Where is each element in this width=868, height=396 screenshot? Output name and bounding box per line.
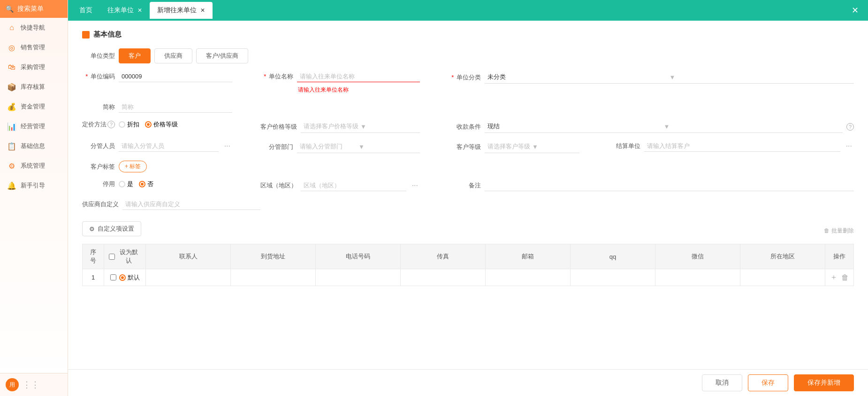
tab-partners-close[interactable]: ✕ <box>137 7 142 14</box>
notes-input[interactable] <box>485 180 854 191</box>
payment-terms-select[interactable]: 现结 ▼ <box>485 120 843 133</box>
purchase-icon: 🛍 <box>8 63 16 71</box>
sidebar-item-purchase[interactable]: 🛍 采购管理 <box>0 57 68 77</box>
customer-level-group: 客户等级 请选择客户等级 ▼ <box>448 140 579 153</box>
unit-category-value: 未分类 <box>487 73 670 81</box>
cell-wechat[interactable] <box>655 269 740 286</box>
save-button[interactable]: 保存 <box>748 374 788 391</box>
section-icon <box>82 31 90 39</box>
col-default-label: 设为默认 <box>117 248 141 265</box>
delete-row-btn[interactable]: 🗑 <box>841 273 849 282</box>
select-all-checkbox[interactable] <box>109 254 115 260</box>
disabled-group: 停用 是 否 <box>82 180 232 188</box>
unit-type-supplier-btn[interactable]: 供应商 <box>154 48 192 63</box>
unit-name-input[interactable] <box>297 71 420 82</box>
unit-code-group: * 单位编码 <box>82 71 232 82</box>
window-close-btn[interactable]: ✕ <box>846 5 864 16</box>
customer-level-select[interactable]: 请选择客户等级 ▼ <box>485 140 579 153</box>
sidebar-item-sales[interactable]: ◎ 销售管理 <box>0 38 68 57</box>
row-default-radio[interactable]: 默认 <box>119 273 140 282</box>
region-more-btn[interactable]: ··· <box>410 181 420 190</box>
settlement-more-btn[interactable]: ··· <box>844 142 854 150</box>
sidebar-bottom: 用 ⋮⋮ <box>0 373 68 396</box>
cell-contact[interactable] <box>146 269 231 286</box>
sidebar-item-finance[interactable]: 💰 资金管理 <box>0 97 68 116</box>
batch-delete-btn[interactable]: 🗑 批量删除 <box>824 227 854 235</box>
tab-partners[interactable]: 往来单位 ✕ <box>100 2 150 19</box>
pricing-help-icon[interactable]: ? <box>107 121 115 128</box>
dropdown-arrow-price: ▼ <box>360 123 417 130</box>
batch-delete-label: 批量删除 <box>831 227 854 235</box>
radio-circle-discount <box>119 121 125 128</box>
footer-bar: 取消 保存 保存并新增 <box>68 369 868 396</box>
sidebar-label-quick-nav: 快捷导航 <box>21 23 45 32</box>
wechat-input[interactable] <box>660 274 735 281</box>
supplier-custom-group: 供应商自定义 <box>82 199 260 210</box>
email-input[interactable] <box>490 274 565 281</box>
payment-help-icon[interactable]: ? <box>846 123 854 131</box>
sidebar-label-operations: 经营管理 <box>21 122 45 131</box>
sidebar-item-system[interactable]: ⚙ 系统管理 <box>0 156 68 176</box>
contact-input[interactable] <box>151 274 226 281</box>
tab-new-partner-close[interactable]: ✕ <box>200 7 205 14</box>
sidebar-item-operations[interactable]: 📊 经营管理 <box>0 116 68 136</box>
fax-input[interactable] <box>405 274 480 281</box>
unit-code-input[interactable] <box>119 71 232 82</box>
settlement-unit-input[interactable] <box>644 140 840 152</box>
cell-fax[interactable] <box>401 269 486 286</box>
tag-add-label: + 标签 <box>125 163 141 171</box>
customer-price-placeholder: 请选择客户价格等级 <box>304 122 360 131</box>
cell-phone[interactable] <box>316 269 401 286</box>
sidebar-item-inventory[interactable]: 📦 库存核算 <box>0 77 68 97</box>
unit-type-customer-btn[interactable]: 客户 <box>119 48 151 63</box>
alias-input[interactable] <box>119 101 232 113</box>
table-region-input[interactable] <box>745 274 820 281</box>
disabled-yes-radio[interactable]: 是 <box>119 180 133 188</box>
dropdown-arrow-category: ▼ <box>670 74 852 81</box>
cell-address[interactable] <box>231 269 316 286</box>
supplier-custom-input[interactable] <box>122 199 260 210</box>
tab-home[interactable]: 首页 <box>72 2 100 19</box>
row-checkbox[interactable] <box>110 274 116 280</box>
save-new-button[interactable]: 保存并新增 <box>794 374 854 391</box>
manager-input[interactable] <box>119 140 219 152</box>
region-input[interactable] <box>301 180 406 191</box>
cell-qq[interactable] <box>570 269 655 286</box>
gear-icon: ⚙ <box>89 225 95 233</box>
phone-input[interactable] <box>320 274 396 281</box>
qq-input[interactable] <box>575 274 650 281</box>
section-title: 基本信息 <box>93 30 122 39</box>
finance-icon: 💰 <box>8 102 16 111</box>
tag-add-btn[interactable]: + 标签 <box>119 161 147 172</box>
cancel-button[interactable]: 取消 <box>702 374 742 391</box>
department-select[interactable]: 请输入分管部门 ▼ <box>297 140 420 153</box>
sidebar-label-sales: 销售管理 <box>21 43 45 52</box>
manager-more-btn[interactable]: ··· <box>222 142 232 150</box>
supplier-custom-row: 供应商自定义 <box>82 199 854 210</box>
inventory-icon: 📦 <box>8 83 16 91</box>
pricing-radio-price-level[interactable]: 价格等级 <box>145 120 178 129</box>
system-icon: ⚙ <box>8 162 16 170</box>
sidebar-item-newbie[interactable]: 🔔 新手引导 <box>0 176 68 195</box>
department-group: 分管部门 请输入分管部门 ▼ <box>260 140 420 153</box>
unit-name-error: 请输入往来单位名称 <box>260 86 349 94</box>
tab-new-partner[interactable]: 新增往来单位 ✕ <box>150 2 213 19</box>
sidebar-item-basics[interactable]: 📋 基础信息 <box>0 136 68 156</box>
cell-email[interactable] <box>486 269 571 286</box>
sidebar-label-system: 系统管理 <box>21 162 45 170</box>
disabled-no-radio[interactable]: 否 <box>139 180 153 188</box>
sidebar-item-quick-nav[interactable]: ⌂ 快捷导航 <box>0 18 68 38</box>
custom-settings-btn[interactable]: ⚙ 自定义项设置 <box>82 221 141 236</box>
col-header-wechat: 微信 <box>655 244 740 269</box>
radio-circle-default <box>119 274 126 281</box>
pricing-radio-discount[interactable]: 折扣 <box>119 120 139 129</box>
customer-price-select[interactable]: 请选择客户价格等级 ▼ <box>301 120 420 133</box>
col-header-contact: 联系人 <box>146 244 231 269</box>
unit-category-select[interactable]: 未分类 ▼ <box>485 71 854 84</box>
add-row-btn[interactable]: ＋ <box>830 272 838 282</box>
search-menu-btn[interactable]: 🔍 搜索菜单 <box>0 0 68 18</box>
address-input[interactable] <box>236 274 311 281</box>
sidebar-bottom-icon: ⋮⋮ <box>23 380 39 390</box>
unit-type-both-btn[interactable]: 客户/供应商 <box>196 48 248 63</box>
cell-region[interactable] <box>740 269 825 286</box>
